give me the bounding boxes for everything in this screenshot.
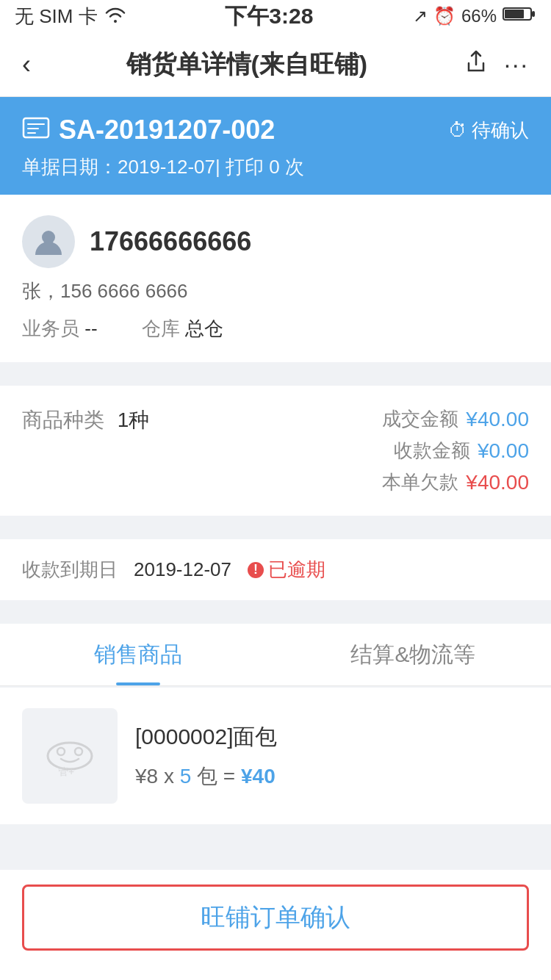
quantity: 5: [180, 765, 192, 788]
customer-card: 17666666666 张，156 6666 6666 业务员 -- 仓库 总仓: [0, 195, 551, 362]
page-title: 销货单详情(来自旺铺): [126, 48, 368, 82]
nav-right: ···: [463, 48, 529, 80]
battery-level: 66%: [461, 6, 497, 26]
more-icon[interactable]: ···: [504, 50, 529, 79]
status-right: ↗ ⏰ 66%: [413, 6, 536, 26]
nav-left: ‹: [22, 49, 31, 80]
svg-rect-2: [532, 11, 535, 17]
amount-value: ¥40.00: [466, 408, 529, 431]
product-kind: 商品种类 1种: [22, 406, 149, 434]
tabs-bar: 销售商品 结算&物流等: [0, 624, 551, 686]
svg-rect-1: [505, 10, 524, 18]
multiply-sign: x: [164, 765, 180, 788]
overdue-icon: !: [248, 562, 264, 578]
product-name: [0000002]面包: [135, 722, 529, 752]
order-status: ⏱ 待确认: [448, 118, 529, 143]
overdue-text: 已逾期: [268, 557, 325, 583]
total-price: ¥40: [241, 765, 276, 788]
summary-card: 商品种类 1种 成交金额 ¥40.00 收款金额 ¥0.00 本单欠款 ¥40.…: [0, 386, 551, 516]
order-date: 单据日期：2019-12-07| 打印 0 次: [22, 154, 529, 180]
owed-value: ¥40.00: [466, 471, 529, 494]
product-thumbnail: 管+: [22, 708, 118, 804]
overdue-badge: ! 已逾期: [248, 557, 325, 583]
salesperson-value: --: [84, 317, 97, 339]
divider-3: [0, 612, 551, 624]
svg-point-7: [75, 748, 82, 755]
battery-icon: [503, 6, 536, 26]
location-icon: ↗: [413, 6, 428, 26]
tab-settlement-logistics[interactable]: 结算&物流等: [276, 624, 551, 685]
avatar: [22, 215, 75, 268]
nav-bar: ‹ 销货单详情(来自旺铺) ···: [0, 32, 551, 97]
amount-label: 成交金额: [382, 406, 458, 432]
wifi-icon: [105, 5, 126, 28]
time-display: 下午3:28: [225, 1, 313, 32]
due-label: 收款到期日: [22, 557, 118, 583]
tab-sales-products[interactable]: 销售商品: [0, 624, 276, 685]
status-bar: 无 SIM 卡 下午3:28 ↗ ⏰ 66%: [0, 0, 551, 32]
financial-summary: 成交金额 ¥40.00 收款金额 ¥0.00 本单欠款 ¥40.00: [382, 406, 529, 495]
customer-name: 张，156 6666 6666: [22, 278, 529, 304]
product-price: ¥8 x 5 包 = ¥40: [135, 763, 529, 790]
equals-sign: =: [223, 765, 241, 788]
sim-signal: 无 SIM 卡: [15, 4, 98, 29]
back-button[interactable]: ‹: [22, 49, 31, 80]
alarm-icon: ⏰: [433, 6, 455, 26]
share-icon[interactable]: [463, 48, 489, 80]
product-list: 管+ [0000002]面包 ¥8 x 5 包 = ¥40: [0, 688, 551, 824]
order-banner: SA-20191207-002 ⏱ 待确认 单据日期：2019-12-07| 打…: [0, 97, 551, 195]
order-icon: [22, 115, 50, 145]
warehouse-label: 仓库: [142, 317, 180, 339]
salesperson-label: 业务员: [22, 317, 79, 339]
status-left: 无 SIM 卡: [15, 4, 126, 29]
unit-price: ¥8: [135, 765, 158, 788]
owed-label: 本单欠款: [382, 469, 458, 495]
clock-icon: ⏱: [448, 119, 467, 142]
received-label: 收款金额: [394, 438, 470, 464]
warehouse-value: 总仓: [185, 317, 223, 339]
divider-2: [0, 527, 551, 539]
customer-phone: 17666666666: [90, 226, 251, 257]
product-item: 管+ [0000002]面包 ¥8 x 5 包 = ¥40: [0, 688, 551, 824]
received-value: ¥0.00: [478, 439, 529, 463]
order-id: SA-20191207-002: [22, 115, 275, 145]
svg-text:管+: 管+: [58, 765, 74, 777]
confirm-button[interactable]: 旺铺订单确认: [22, 884, 529, 951]
due-date-value: 2019-12-07: [134, 558, 231, 581]
product-info: [0000002]面包 ¥8 x 5 包 = ¥40: [135, 722, 529, 790]
customer-meta: 业务员 -- 仓库 总仓: [22, 316, 529, 342]
divider-1: [0, 374, 551, 386]
due-date-card: 收款到期日 2019-12-07 ! 已逾期: [0, 539, 551, 600]
unit: 包: [197, 765, 217, 788]
confirm-button-wrap: 旺铺订单确认: [0, 870, 551, 980]
svg-point-6: [57, 748, 65, 755]
